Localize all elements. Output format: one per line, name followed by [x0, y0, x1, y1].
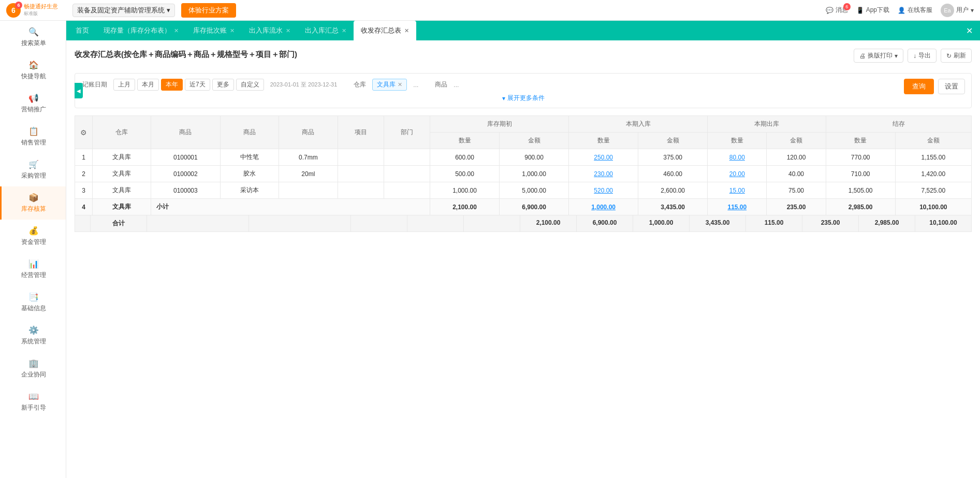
user-label: 用户: [956, 6, 969, 15]
filter-collapse-button[interactable]: ◀: [75, 83, 83, 98]
tab-bar-close-icon[interactable]: ✕: [961, 26, 978, 36]
footer-out-qty: 115.00: [746, 215, 802, 231]
tab-inventory-dist-close[interactable]: ✕: [174, 27, 179, 34]
sidebar-item-quick-nav[interactable]: 🏠 快捷导航: [0, 54, 66, 87]
notif-badge: 6: [843, 3, 851, 10]
sidebar-item-business[interactable]: 📊 经营管理: [0, 253, 66, 286]
goods-filter-label: 商品: [435, 80, 447, 89]
filter-row: 记账日期 上月 本月 本年 近7天 更多 自定义 2023-01-01 至 20…: [82, 79, 964, 91]
cell-out-qty-2[interactable]: 20.00: [708, 166, 767, 182]
export-button[interactable]: ↓ 导出: [908, 49, 937, 63]
print-icon: 🖨: [859, 52, 866, 60]
notification-item[interactable]: 💬 消息 6: [826, 6, 848, 15]
tab-receive-summary-close[interactable]: ✕: [404, 27, 409, 34]
cell-out-qty-1[interactable]: 80.00: [708, 149, 767, 166]
cell-sub-label: 小计: [151, 199, 430, 215]
date-btn-last-month[interactable]: 上月: [113, 79, 135, 91]
warehouse-more-dots[interactable]: ...: [413, 81, 418, 89]
cell-warehouse-1: 文具库: [93, 149, 151, 166]
sidebar-item-sales[interactable]: 📋 销售管理: [0, 120, 66, 153]
top-header: 6 6 畅捷通好生意 标准版 装备及固定资产辅助管理系统 ▾ 体验行业方案 💬 …: [0, 0, 980, 21]
tab-inout-summary-close[interactable]: ✕: [342, 27, 346, 34]
sidebar-item-base[interactable]: 📑 基础信息: [0, 286, 66, 319]
tab-inout-summary[interactable]: 出入库汇总 ✕: [298, 21, 354, 40]
tab-receive-summary[interactable]: 收发存汇总表 ✕: [354, 21, 416, 40]
cell-out-qty-3[interactable]: 15.00: [708, 182, 767, 199]
cell-sub-in-qty[interactable]: 1,000.00: [569, 199, 638, 215]
settings-gear-icon[interactable]: ⚙: [80, 128, 87, 137]
in-qty-link-2[interactable]: 230.00: [594, 170, 613, 178]
footer-spacer-code: [147, 215, 249, 231]
goods-more-dots[interactable]: ...: [454, 81, 459, 89]
cell-sub-out-qty[interactable]: 115.00: [708, 199, 767, 215]
tab-inventory-dist[interactable]: 现存量（库存分布表） ✕: [96, 21, 186, 40]
date-btn-more[interactable]: 更多: [212, 79, 234, 91]
out-qty-link-1[interactable]: 80.00: [729, 154, 745, 161]
sidebar-item-system[interactable]: ⚙️ 系统管理: [0, 319, 66, 352]
cell-in-qty-1[interactable]: 250.00: [569, 149, 638, 166]
sidebar-item-finance[interactable]: 💰 资金管理: [0, 220, 66, 253]
date-btn-custom[interactable]: 自定义: [236, 79, 264, 91]
footer-balance-qty: 2,985.00: [859, 215, 915, 231]
warehouse-tag-close[interactable]: ✕: [398, 81, 402, 88]
tab-batch-label: 库存批次账: [193, 26, 227, 35]
footer-spacer-dept: [464, 215, 520, 231]
system-select[interactable]: 装备及固定资产辅助管理系统 ▾: [72, 4, 175, 17]
app-download-item[interactable]: 📱 App下载: [856, 6, 889, 15]
expand-label: 展开更多条件: [507, 94, 545, 103]
purchase-icon: 🛒: [28, 160, 39, 169]
guide-icon: 📖: [28, 392, 39, 401]
cell-dept-3: [384, 182, 430, 199]
tab-bar: 首页 现存量（库存分布表） ✕ 库存批次账 ✕ 出入库流水 ✕ 出入库汇总 ✕ …: [66, 21, 980, 40]
tab-inventory-dist-label: 现存量（库存分布表）: [104, 26, 171, 35]
sub-in-qty-link[interactable]: 1,000.00: [591, 204, 616, 211]
table-row: 3 文具库 0100003 采访本 1,000.00 5,000.00 520.…: [75, 182, 972, 199]
sidebar-label-purchase: 采购管理: [21, 171, 46, 180]
date-btn-this-month[interactable]: 本月: [137, 79, 159, 91]
footer-begin-amt: 6,900.00: [577, 215, 633, 231]
online-service-item[interactable]: 👤 在线客服: [898, 6, 932, 15]
date-btn-this-year[interactable]: 本年: [161, 79, 183, 91]
tab-flow[interactable]: 出入库流水 ✕: [242, 21, 298, 40]
print-button[interactable]: 🖨 换版打印 ▾: [854, 49, 903, 63]
cell-in-qty-3[interactable]: 520.00: [569, 182, 638, 199]
filter-area: ◀ 记账日期 上月 本月 本年 近7天 更多 自定义 2023-01-01 至 …: [75, 73, 972, 108]
th-period-out: 本期出库: [708, 116, 826, 133]
print-label: 换版打印: [868, 51, 893, 60]
out-qty-link-2[interactable]: 20.00: [729, 170, 745, 178]
out-qty-link-3[interactable]: 15.00: [729, 187, 745, 194]
page-content: 收发存汇总表(按仓库＋商品编码＋商品＋规格型号＋项目＋部门) 🖨 换版打印 ▾ …: [66, 40, 980, 478]
cell-in-qty-2[interactable]: 230.00: [569, 166, 638, 182]
sidebar-item-guide[interactable]: 📖 新手引导: [0, 385, 66, 418]
cell-project-1: [338, 149, 384, 166]
th-begin-amt: 金额: [500, 133, 569, 149]
sidebar-item-search[interactable]: 🔍 搜索菜单: [0, 21, 66, 54]
sidebar-item-enterprise[interactable]: 🏢 企业协同: [0, 352, 66, 385]
brand-info: 畅捷通好生意 标准版: [24, 3, 58, 17]
tab-batch-close[interactable]: ✕: [230, 27, 235, 34]
tab-home[interactable]: 首页: [68, 21, 96, 40]
cell-sub-in-amt: 3,435.00: [638, 199, 708, 215]
cell-sub-begin-amt: 6,900.00: [500, 199, 569, 215]
in-qty-link-1[interactable]: 250.00: [594, 154, 613, 161]
sidebar-item-inventory[interactable]: 📦 库存核算: [0, 186, 66, 220]
setting-button[interactable]: 设置: [938, 79, 965, 94]
refresh-button[interactable]: ↻ 刷新: [941, 49, 972, 63]
sidebar-item-marketing[interactable]: 📢 营销推广: [0, 87, 66, 120]
main-layout: 🔍 搜索菜单 🏠 快捷导航 📢 营销推广 📋 销售管理 🛒 采购管理 📦 库存核…: [0, 21, 980, 478]
tab-flow-close[interactable]: ✕: [286, 27, 290, 34]
date-btn-7days[interactable]: 近7天: [185, 79, 210, 91]
in-qty-link-3[interactable]: 520.00: [594, 187, 613, 194]
sub-out-qty-link[interactable]: 115.00: [727, 204, 747, 211]
trial-button[interactable]: 体验行业方案: [181, 3, 236, 18]
footer-balance-amt: 10,100.00: [915, 215, 971, 231]
cell-out-amt-2: 40.00: [767, 166, 826, 182]
tab-batch[interactable]: 库存批次账 ✕: [186, 21, 242, 40]
top-actions: 🖨 换版打印 ▾ ↓ 导出 ↻ 刷新: [854, 49, 972, 63]
expand-more-btn[interactable]: ▾ 展开更多条件: [82, 94, 964, 103]
sidebar-item-purchase[interactable]: 🛒 采购管理: [0, 153, 66, 186]
cell-in-amt-1: 375.00: [638, 149, 708, 166]
query-button[interactable]: 查询: [904, 79, 934, 94]
content-area: 首页 现存量（库存分布表） ✕ 库存批次账 ✕ 出入库流水 ✕ 出入库汇总 ✕ …: [66, 21, 980, 478]
user-item[interactable]: Ea 用户 ▾: [941, 4, 974, 17]
